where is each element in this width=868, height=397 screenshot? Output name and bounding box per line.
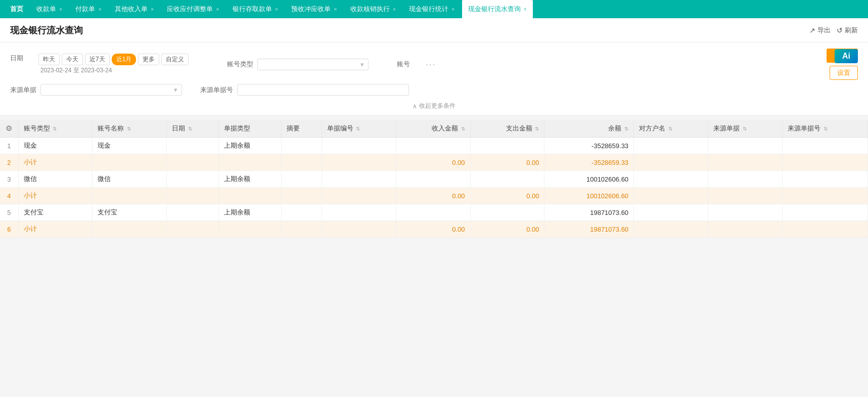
tab-label-6: 收款核销执行: [350, 5, 390, 14]
nav-tab-3[interactable]: 应收应付调整单 ×: [161, 0, 225, 18]
tab-label-1: 付款单: [75, 5, 95, 14]
data-table: ⚙ 账号类型 ⇅ 账号名称 ⇅ 日期 ⇅ 单据类型 摘要: [0, 120, 868, 238]
tab-close-1[interactable]: ×: [98, 6, 101, 12]
nav-tab-7[interactable]: 现金银行统计 ×: [403, 0, 461, 18]
account-dots[interactable]: ···: [425, 59, 436, 70]
date-btn-1month[interactable]: 近1月: [112, 54, 136, 65]
nav-tab-8[interactable]: 现金银行流水查询 ×: [462, 0, 533, 18]
export-icon: ↗: [809, 26, 815, 34]
cell-doc-no: [322, 154, 396, 171]
th-account-type[interactable]: 账号类型 ⇅: [18, 120, 93, 138]
date-label: 日期: [10, 54, 34, 63]
cell-doc-no: [322, 138, 396, 154]
cell-counterpart: [634, 188, 708, 204]
th-source-doc-no[interactable]: 来源单据号 ⇅: [782, 120, 867, 138]
collapse-bar[interactable]: ∧ 收起更多条件: [10, 100, 858, 111]
tab-close-2[interactable]: ×: [151, 6, 154, 12]
settings-gear-icon[interactable]: ⚙: [6, 124, 12, 133]
th-counterpart[interactable]: 对方户名 ⇅: [634, 120, 708, 138]
date-btn-today[interactable]: 今天: [62, 54, 83, 65]
tab-close-6[interactable]: ×: [393, 6, 396, 12]
cell-date: [167, 154, 219, 171]
tab-close-7[interactable]: ×: [451, 6, 454, 12]
th-doc-no[interactable]: 单据编号 ⇅: [322, 120, 396, 138]
th-account-name[interactable]: 账号名称 ⇅: [93, 120, 167, 138]
tab-close-5[interactable]: ×: [334, 6, 337, 12]
cell-counterpart: [634, 154, 708, 171]
nav-tab-1[interactable]: 付款单 ×: [69, 0, 107, 18]
export-button[interactable]: ↗ 导出: [809, 26, 831, 35]
ai-badge[interactable]: Ai: [835, 49, 858, 63]
account-filter: 账号 ···: [397, 59, 436, 70]
tab-label-7: 现金银行统计: [409, 5, 448, 14]
cell-date: [167, 221, 219, 238]
cell-expense: [470, 138, 544, 154]
cell-row-num: 1: [0, 138, 18, 154]
nav-tab-0[interactable]: 收款单 ×: [30, 0, 68, 18]
refresh-button[interactable]: ↺ 刷新: [837, 26, 858, 35]
source-doc-filter: 来源单据 ▾: [10, 84, 182, 96]
th-income[interactable]: 收入金额 ⇅: [396, 120, 470, 138]
table-row[interactable]: 5 支付宝 支付宝 上期余额 19871073.60: [0, 204, 868, 221]
tab-close-8[interactable]: ×: [524, 6, 527, 12]
cell-balance: 19871073.60: [544, 204, 634, 221]
source-doc-no-input[interactable]: [237, 84, 409, 96]
th-expense[interactable]: 支出金额 ⇅: [470, 120, 544, 138]
sort-icon-source-doc: ⇅: [743, 126, 747, 131]
date-options: 昨天 今天 近7天 近1月 更多 自定义: [38, 54, 189, 65]
date-btn-7days[interactable]: 近7天: [85, 54, 110, 65]
cell-expense: [470, 204, 544, 221]
account-type-select[interactable]: ▾: [257, 59, 369, 70]
nav-tab-6[interactable]: 收款核销执行 ×: [344, 0, 402, 18]
tab-close-0[interactable]: ×: [59, 6, 62, 12]
table-row[interactable]: 2 小计 0.00 0.00 -3528659.33: [0, 154, 868, 171]
sort-icon-source-doc-no: ⇅: [824, 126, 828, 131]
cell-account-type: 小计: [18, 154, 93, 171]
account-label: 账号: [397, 60, 421, 69]
th-settings[interactable]: ⚙: [0, 120, 18, 138]
cell-account-name: [93, 188, 167, 204]
cell-doc-type: 上期余额: [219, 138, 282, 154]
export-label: 导出: [817, 26, 831, 35]
nav-tab-5[interactable]: 预收冲应收单 ×: [285, 0, 343, 18]
tab-close-3[interactable]: ×: [216, 6, 219, 12]
filter-row-1: 日期 昨天 今天 近7天 近1月 更多 自定义 2023-02-24 至 202…: [10, 49, 858, 80]
source-doc-select[interactable]: ▾: [40, 84, 182, 96]
home-label: 首页: [10, 5, 23, 14]
nav-tab-4[interactable]: 银行存取款单 ×: [226, 0, 284, 18]
cell-counterpart: [634, 204, 708, 221]
tab-close-4[interactable]: ×: [275, 6, 278, 12]
table-row[interactable]: 4 小计 0.00 0.00 100102606.60: [0, 188, 868, 204]
table-container: ⚙ 账号类型 ⇅ 账号名称 ⇅ 日期 ⇅ 单据类型 摘要: [0, 120, 868, 238]
date-btn-yesterday[interactable]: 昨天: [38, 54, 60, 65]
cell-doc-type: [219, 188, 282, 204]
table-row[interactable]: 6 小计 0.00 0.00 19871073.60: [0, 221, 868, 238]
cell-account-name: [93, 221, 167, 238]
nav-tab-2[interactable]: 其他收入单 ×: [109, 0, 160, 18]
th-summary: 摘要: [281, 120, 322, 138]
date-btn-more[interactable]: 更多: [138, 54, 159, 65]
cell-source-doc-no: [782, 154, 867, 171]
date-btn-custom[interactable]: 自定义: [161, 54, 189, 65]
table-row[interactable]: 1 现金 现金 上期余额 -3528659.33: [0, 138, 868, 154]
th-doc-type: 单据类型: [219, 120, 282, 138]
top-nav: 首页 收款单 × 付款单 × 其他收入单 × 应收应付调整单 × 银行存取款单 …: [0, 0, 868, 18]
cell-summary: [281, 171, 322, 188]
nav-home[interactable]: 首页: [4, 0, 29, 18]
sort-icon-income: ⇅: [461, 126, 465, 131]
th-date[interactable]: 日期 ⇅: [167, 120, 219, 138]
account-type-label: 账号类型: [227, 60, 253, 69]
cell-doc-no: [322, 204, 396, 221]
tab-label-4: 银行存取款单: [233, 5, 272, 14]
th-source-doc[interactable]: 来源单据 ⇅: [708, 120, 783, 138]
th-balance[interactable]: 余额 ⇅: [544, 120, 634, 138]
cell-expense: 0.00: [470, 188, 544, 204]
cell-account-type: 支付宝: [18, 204, 93, 221]
cell-source-doc-no: [782, 221, 867, 238]
settings-button[interactable]: 设置: [830, 66, 858, 80]
source-doc-no-label: 来源单据号: [200, 85, 233, 95]
tab-label-2: 其他收入单: [115, 5, 148, 14]
table-row[interactable]: 3 微信 微信 上期余额 100102606.60: [0, 171, 868, 188]
filter-area: 日期 昨天 今天 近7天 近1月 更多 自定义 2023-02-24 至 202…: [0, 42, 868, 116]
tab-label-0: 收款单: [36, 5, 56, 14]
